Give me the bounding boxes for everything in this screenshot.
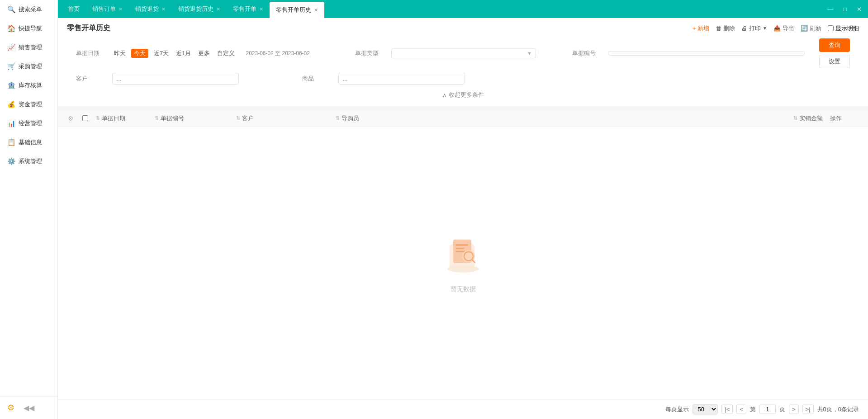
window-maximize[interactable]: □: [840, 6, 849, 13]
sidebar-item-sys-mgmt[interactable]: ⚙️ 系统管理: [0, 152, 57, 171]
date-opt-custom[interactable]: 自定义: [215, 49, 237, 58]
basic-info-icon: 📋: [7, 138, 16, 146]
page-title-row: 零售开单历史 + 新增 🗑 删除 🖨 打印 ▼ 📤 导出: [67, 24, 859, 33]
tab-retail-open-hist-label: 零售开单历史: [276, 6, 311, 14]
tab-sales-return-close[interactable]: ✕: [161, 6, 166, 12]
inventory-icon: 🏦: [7, 81, 16, 89]
tab-sales-order-close[interactable]: ✕: [119, 6, 123, 12]
sys-icon: ⚙️: [7, 157, 16, 165]
select-all-checkbox-cell[interactable]: [78, 115, 92, 121]
filter-area: 单据日期 昨天 今天 近7天 近1月 更多 自定义 2023-06-02 至 2…: [67, 38, 859, 106]
settings-button[interactable]: 设置: [819, 55, 850, 68]
th-guide[interactable]: ⇅ 导购员: [332, 114, 400, 122]
refresh-button[interactable]: 🔄 刷新: [801, 24, 821, 33]
collapse-icon[interactable]: ◀◀: [24, 404, 34, 412]
page-label: 第: [750, 405, 756, 414]
window-minimize[interactable]: —: [825, 6, 836, 13]
tab-sales-return-hist[interactable]: 销货退货历史 ✕: [172, 0, 227, 18]
sidebar-item-quick-nav[interactable]: 🏠 快捷导航: [0, 19, 57, 38]
sidebar-search-label: 搜索采单: [19, 5, 42, 14]
doc-num-input[interactable]: [608, 51, 805, 56]
select-all-checkbox[interactable]: [82, 115, 88, 121]
collapse-label: 收起更多条件: [449, 91, 484, 99]
refresh-icon: 🔄: [801, 25, 808, 32]
sidebar-item-label: 系统管理: [19, 157, 42, 165]
date-opt-today[interactable]: 今天: [131, 49, 148, 58]
sort-icon-num: ⇅: [155, 115, 159, 121]
sidebar-item-inventory[interactable]: 🏦 库存核算: [0, 76, 57, 95]
tab-sales-order-label: 销售订单: [92, 5, 116, 13]
customer-input[interactable]: ...: [112, 73, 239, 85]
tab-retail-open-close[interactable]: ✕: [259, 6, 263, 12]
tab-home[interactable]: 首页: [62, 0, 86, 18]
tab-retail-open-hist-close[interactable]: ✕: [314, 7, 318, 13]
window-close[interactable]: ✕: [854, 6, 864, 13]
th-op-label: 操作: [830, 114, 842, 122]
print-label: 打印: [749, 24, 761, 33]
per-page-select[interactable]: 50 100 200: [693, 404, 718, 414]
table-settings[interactable]: ⚙: [63, 115, 78, 122]
svg-rect-4: [455, 248, 465, 249]
display-detail-checkbox[interactable]: [828, 25, 834, 31]
tab-retail-open[interactable]: 零售开单 ✕: [227, 0, 270, 18]
sidebar-item-purchase-mgmt[interactable]: 🛒 采购管理: [0, 57, 57, 76]
sidebar-item-sales-mgmt[interactable]: 📈 销售管理: [0, 38, 57, 57]
export-button[interactable]: 📤 导出: [773, 24, 794, 33]
prev-page-btn[interactable]: <: [736, 405, 746, 414]
sales-icon: 📈: [7, 43, 16, 52]
tab-retail-open-hist[interactable]: 零售开单历史 ✕: [270, 2, 324, 18]
th-guide-label: 导购员: [342, 114, 359, 122]
tab-sales-return-hist-label: 销货退货历史: [178, 5, 213, 13]
th-amount[interactable]: ⇅ 实销金额: [772, 114, 826, 122]
tab-sales-return[interactable]: 销货退货 ✕: [129, 0, 172, 18]
doc-type-select[interactable]: ▼: [391, 48, 536, 58]
print-button[interactable]: 🖨 打印 ▼: [741, 24, 767, 33]
per-page-label: 每页显示: [665, 405, 689, 414]
filter-row-2: 客户 ... 商品 ...: [76, 73, 850, 85]
date-opt-7days[interactable]: 近7天: [152, 49, 171, 58]
sidebar-item-label: 经营管理: [19, 119, 42, 127]
date-opt-1month[interactable]: 近1月: [174, 49, 193, 58]
add-button[interactable]: + 新增: [693, 24, 709, 33]
settings-icon[interactable]: ⚙: [7, 403, 14, 413]
tab-sales-return-hist-close[interactable]: ✕: [216, 6, 220, 12]
th-amount-label: 实销金额: [799, 114, 823, 122]
sidebar-item-finance[interactable]: 💰 资金管理: [0, 95, 57, 114]
export-label: 导出: [783, 24, 794, 33]
home-icon: 🏠: [7, 24, 16, 33]
tab-home-label: 首页: [68, 5, 80, 13]
page-input[interactable]: [759, 405, 776, 414]
th-date[interactable]: ⇅ 单据日期: [92, 114, 151, 122]
export-icon: 📤: [773, 25, 781, 32]
total-text: 共0页，0条记录: [817, 405, 859, 414]
first-page-btn[interactable]: |<: [721, 405, 733, 414]
sort-icon-amount: ⇅: [793, 115, 797, 121]
svg-rect-3: [455, 244, 468, 246]
query-button[interactable]: 查询: [819, 38, 850, 52]
collapse-row[interactable]: ∧ 收起更多条件: [76, 89, 850, 102]
date-opt-more[interactable]: 更多: [196, 49, 212, 58]
page-title: 零售开单历史: [67, 24, 110, 33]
display-detail-toggle[interactable]: 显示明细: [828, 24, 859, 33]
th-num[interactable]: ⇅ 单据编号: [151, 114, 232, 122]
tab-bar: 首页 销售订单 ✕ 销货退货 ✕ 销货退货历史 ✕ 零售开单 ✕ 零售开单历史 …: [58, 0, 868, 18]
filter-row-1: 单据日期 昨天 今天 近7天 近1月 更多 自定义 2023-06-02 至 2…: [76, 38, 850, 68]
th-date-label: 单据日期: [102, 114, 125, 122]
sidebar-item-basic-info[interactable]: 📋 基础信息: [0, 133, 57, 152]
sidebar-search[interactable]: 🔍 搜索采单: [0, 0, 57, 19]
goods-input[interactable]: ...: [338, 73, 465, 85]
date-label: 单据日期: [76, 49, 103, 57]
sidebar-item-operation[interactable]: 📊 经营管理: [0, 114, 57, 133]
date-options: 昨天 今天 近7天 近1月 更多 自定义: [112, 49, 237, 58]
doc-type-label: 单据类型: [355, 49, 382, 57]
next-page-btn[interactable]: >: [789, 405, 799, 414]
th-op: 操作: [826, 114, 863, 122]
date-opt-yesterday[interactable]: 昨天: [112, 49, 128, 58]
last-page-btn[interactable]: >|: [802, 405, 814, 414]
operation-icon: 📊: [7, 119, 16, 127]
delete-button[interactable]: 🗑 删除: [716, 24, 735, 33]
tab-sales-order[interactable]: 销售订单 ✕: [86, 0, 129, 18]
th-customer[interactable]: ⇅ 客户: [232, 114, 332, 122]
empty-text: 暂无数据: [451, 285, 476, 293]
delete-icon: 🗑: [716, 25, 721, 32]
